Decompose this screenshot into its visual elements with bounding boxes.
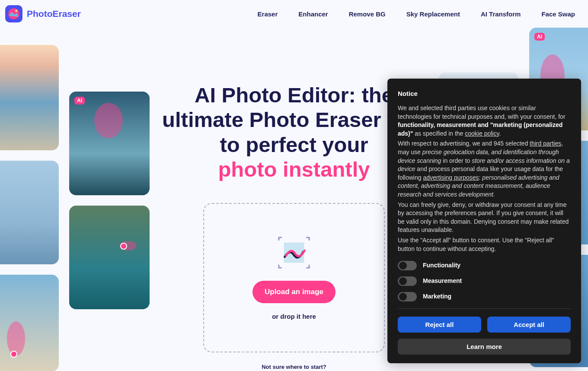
cookie-text: Use the "Accept all" button to consent. … xyxy=(398,236,571,253)
toggle-measurement[interactable] xyxy=(398,276,417,286)
toggle-label: Measurement xyxy=(423,277,462,285)
reject-all-button[interactable]: Reject all xyxy=(398,317,481,333)
sample-thumb: AI xyxy=(69,92,150,195)
logo-icon xyxy=(5,5,22,22)
hero-line: ultimate Photo Eraser tool xyxy=(162,108,426,131)
sample-thumb xyxy=(69,206,150,309)
sample-thumb xyxy=(0,45,59,150)
toggle-label: Functionality xyxy=(423,261,460,270)
hero: AI Photo Editor: the ultimate Photo Eras… xyxy=(162,83,426,182)
hero-line: to perfect your xyxy=(220,133,368,156)
toggle-functionality[interactable] xyxy=(398,261,417,270)
main-nav: Eraser Enhancer Remove BG Sky Replacemen… xyxy=(258,10,583,18)
drop-hint: or drop it here xyxy=(272,313,316,320)
cookie-text: You can freely give, deny, or withdraw y… xyxy=(398,201,571,235)
sample-thumb xyxy=(0,161,59,264)
cookie-text: . xyxy=(499,130,501,137)
cookie-consent-modal: Notice We and selected third parties use… xyxy=(387,79,581,363)
logo-text: PhotoEraser xyxy=(27,9,81,19)
third-parties-link[interactable]: third parties xyxy=(530,140,561,147)
scribble-frame-icon xyxy=(277,236,311,271)
brush-dot-icon xyxy=(10,351,17,358)
upload-button[interactable]: Upload an image xyxy=(252,281,336,303)
cookie-title: Notice xyxy=(398,89,571,98)
nav-face-swap[interactable]: Face Swap xyxy=(541,10,575,18)
svg-point-0 xyxy=(8,8,19,19)
advertising-purposes-link[interactable]: advertising purposes xyxy=(423,174,479,181)
cookie-text: With respect to advertising, we and 945 … xyxy=(398,140,530,147)
learn-more-button[interactable]: Learn more xyxy=(398,339,571,355)
cookie-text: as specified in the xyxy=(413,130,465,137)
cookie-text: in order to xyxy=(441,157,472,164)
cookie-toggles: Functionality Measurement Marketing xyxy=(398,261,571,309)
nav-remove-bg[interactable]: Remove BG xyxy=(349,10,386,18)
eraser-blob-icon xyxy=(94,103,123,138)
toggle-measurement-row: Measurement xyxy=(398,276,571,286)
gallery-col-left-inner: AI xyxy=(69,92,150,309)
hero-accent: photo instantly xyxy=(218,158,370,181)
ai-badge: AI xyxy=(74,97,85,105)
header: PhotoEraser Eraser Enhancer Remove BG Sk… xyxy=(0,0,588,28)
nav-enhancer[interactable]: Enhancer xyxy=(298,10,328,18)
hero-heading: AI Photo Editor: the ultimate Photo Eras… xyxy=(162,83,426,182)
nav-sky-replacement[interactable]: Sky Replacement xyxy=(406,10,460,18)
not-sure-hint: Not sure where to start? xyxy=(0,364,588,370)
svg-point-1 xyxy=(15,10,17,12)
accept-all-button[interactable]: Accept all xyxy=(487,317,571,333)
upload-dropzone[interactable]: Upload an image or drop it here xyxy=(203,203,385,352)
cookie-actions: Reject all Accept all Learn more xyxy=(398,317,571,355)
cookie-text: We and selected third parties use cookie… xyxy=(398,105,566,120)
gallery-col-left-outer xyxy=(0,45,59,371)
toggle-label: Marketing xyxy=(423,292,451,301)
eraser-blob-icon xyxy=(7,321,25,356)
toggle-marketing-row: Marketing xyxy=(398,292,571,301)
ai-badge: AI xyxy=(534,33,545,41)
hero-line: AI Photo Editor: the xyxy=(195,83,393,107)
nav-eraser[interactable]: Eraser xyxy=(258,10,278,18)
sample-thumb xyxy=(0,275,59,371)
nav-ai-transform[interactable]: AI Transform xyxy=(481,10,521,18)
cookie-policy-link[interactable]: cookie policy xyxy=(465,130,499,137)
brush-dot-icon xyxy=(120,243,127,250)
toggle-functionality-row: Functionality xyxy=(398,261,571,270)
toggle-marketing[interactable] xyxy=(398,292,417,301)
logo[interactable]: PhotoEraser xyxy=(5,5,81,22)
cookie-body: We and selected third parties use cookie… xyxy=(398,104,571,309)
